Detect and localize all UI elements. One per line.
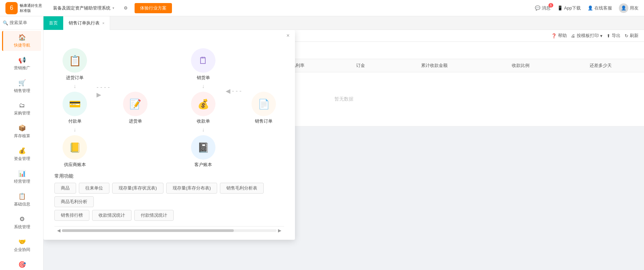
scroll-right-icon[interactable]: ▶ (278, 228, 281, 233)
supplier-ledger-label: 供应商账本 (64, 162, 86, 168)
flow-popup: × 📋 进货订单 ↓ (43, 30, 295, 240)
content-area: 首页 销售订单执行表 × ❓ 帮助 🖨 按模板打印 (43, 16, 644, 270)
message-button[interactable]: 💬 消息 6 (535, 5, 551, 11)
settings-gear-icon[interactable]: ⚙ (121, 3, 130, 13)
flow-node-payment[interactable]: 💳 付款单 (54, 92, 95, 124)
sidebar-item-label: 库存核算 (14, 133, 30, 139)
sidebar-item-sales[interactable]: 🛒 销售管理 (0, 75, 43, 98)
sidebar-item-label: 企业协同 (14, 247, 30, 253)
scroll-thumb (62, 229, 234, 232)
sidebar-item-system[interactable]: ⚙ 系统管理 (0, 211, 43, 234)
system-title-text: 装备及固定资产辅助管理系统 (53, 5, 110, 11)
download-icon: 📱 (557, 5, 563, 11)
logo-text: 畅康通好生意 标准版 (20, 3, 42, 13)
marketing-icon: 📢 (18, 56, 26, 64)
customer-ledger-icon: 📓 (191, 135, 215, 160)
flow-node-sales-order[interactable]: 📄 销售订单 (243, 92, 284, 124)
arrow-down-4: ↓ (202, 124, 205, 135)
scroll-track[interactable] (62, 229, 277, 232)
content-body: ❓ 帮助 🖨 按模板打印 ▾ ⬆ 导出 ↻ 刷新 (43, 30, 644, 270)
flow-node-purchase-bill[interactable]: 📝 进货单 (115, 92, 156, 124)
sales-bill-label: 销货单 (197, 75, 210, 81)
purchase-icon: 🗂 (19, 102, 25, 109)
sidebar-item-label: 经营管理 (14, 179, 30, 184)
top-right-area: 💬 消息 6 📱 App下载 👤 在线客服 👤 用友 (535, 3, 639, 13)
online-service-button[interactable]: 👤 在线客服 (588, 5, 612, 11)
sales-order-label: 销售订单 (255, 118, 273, 124)
common-functions-title: 常用功能 (54, 173, 284, 179)
arrow-left-1: ◀ - - - (224, 87, 243, 129)
sidebar: 🔍 搜索菜单 🏠 快捷导航 📢 营销推广 🛒 销售管理 🗂 (0, 16, 43, 270)
sales-order-icon: 📄 (251, 92, 276, 116)
receipt-icon: 💰 (191, 92, 215, 116)
sidebar-item-finance[interactable]: 💰 资金管理 (0, 143, 43, 166)
sidebar-item-quick-nav[interactable]: 🏠 快捷导航 (2, 31, 41, 51)
payment-icon: 💳 (63, 92, 87, 116)
tab-home-label: 首页 (49, 20, 58, 26)
tab-home[interactable]: 首页 (43, 16, 63, 30)
scroll-bar-area: ◀ ▶ (54, 226, 284, 234)
sidebar-item-newbie[interactable]: 🎯 新手引导 (0, 257, 43, 270)
sidebar-item-label: 资金管理 (14, 156, 30, 162)
user-avatar: 👤 (619, 3, 628, 13)
app-download-button[interactable]: 📱 App下载 (557, 5, 581, 11)
arrow-down-3: ↓ (73, 124, 76, 135)
func-btn-product-margin[interactable]: 商品毛利分析 (54, 196, 94, 207)
func-btn-product[interactable]: 商品 (54, 183, 76, 194)
sidebar-item-basic-info[interactable]: 📋 基础信息 (0, 188, 43, 211)
sidebar-item-cooperation[interactable]: 🤝 企业协同 (0, 234, 43, 257)
func-btn-sales-rank[interactable]: 销售排行榜 (54, 210, 89, 221)
tab-close-icon[interactable]: × (102, 21, 104, 25)
flow-node-sales-bill[interactable]: 🗒 销货单 (183, 48, 224, 81)
search-menu-button[interactable]: 🔍 搜索菜单 (0, 16, 43, 30)
newbie-icon: 🎯 (18, 261, 26, 268)
popup-close-button[interactable]: × (284, 31, 292, 40)
message-badge: 6 (549, 3, 553, 7)
sidebar-item-operations[interactable]: 📊 经营管理 (0, 166, 43, 188)
title-dropdown-icon[interactable]: ▾ (112, 6, 114, 10)
supplier-ledger-icon: 📒 (63, 135, 87, 160)
func-btn-inventory-dist[interactable]: 现存量(库存分布表) (166, 183, 217, 194)
basic-info-icon: 📋 (18, 193, 26, 200)
search-icon: 🔍 (3, 20, 8, 25)
sidebar-item-label: 销售管理 (14, 88, 30, 94)
logo: 6 畅康通好生意 标准版 (5, 2, 49, 14)
payment-label: 付款单 (68, 118, 82, 124)
sidebar-item-label: 快捷导航 (14, 42, 30, 48)
logo-line1: 畅康通好生意 (20, 3, 42, 8)
func-btn-payment-stats[interactable]: 付款情况统计 (134, 210, 174, 221)
popup-content: 📋 进货订单 ↓ 💳 付款单 ↓ (43, 40, 295, 240)
arrow-right-1: - - - - ▶ (95, 84, 115, 132)
system-icon: ⚙ (19, 215, 25, 223)
func-btn-receipt-stats[interactable]: 收款情况统计 (92, 210, 132, 221)
func-btn-inventory-status[interactable]: 现存量(库存状况表) (112, 183, 163, 194)
user-area[interactable]: 👤 用友 (619, 3, 639, 13)
arrow-down-1: ↓ (73, 81, 76, 92)
flow-node-receipt[interactable]: 💰 收款单 (183, 92, 224, 124)
logo-line2: 标准版 (20, 8, 42, 13)
purchase-order-icon: 📋 (63, 48, 87, 73)
message-icon: 💬 (535, 5, 540, 11)
sidebar-item-label: 营销推广 (14, 65, 30, 71)
logo-char: 6 (10, 4, 13, 12)
sidebar-item-marketing[interactable]: 📢 营销推广 (0, 52, 43, 75)
inventory-icon: 📦 (18, 124, 26, 132)
sidebar-item-purchase[interactable]: 🗂 采购管理 (0, 98, 43, 120)
tab-bar: 首页 销售订单执行表 × (43, 16, 644, 30)
scroll-left-icon[interactable]: ◀ (57, 228, 60, 233)
receipt-label: 收款单 (197, 118, 210, 124)
purchase-bill-label: 进货单 (129, 118, 142, 124)
func-btn-partner[interactable]: 往来单位 (79, 183, 109, 194)
sidebar-item-label: 采购管理 (14, 110, 30, 116)
finance-icon: 💰 (18, 147, 26, 155)
flow-node-purchase-order[interactable]: 📋 进货订单 (54, 48, 95, 81)
sidebar-item-inventory[interactable]: 📦 库存核算 (0, 120, 43, 143)
tab-sales-order[interactable]: 销售订单执行表 × (63, 16, 110, 30)
func-btn-sales-margin[interactable]: 销售毛利分析表 (220, 183, 264, 194)
flow-node-customer-ledger[interactable]: 📓 客户账本 (183, 135, 224, 168)
arrow-down-2: ↓ (202, 81, 205, 92)
sidebar-item-label: 系统管理 (14, 224, 30, 230)
experience-button[interactable]: 体验行业方案 (135, 3, 172, 13)
flow-node-supplier-ledger[interactable]: 📒 供应商账本 (54, 135, 95, 168)
sidebar-nav: 🏠 快捷导航 📢 营销推广 🛒 销售管理 🗂 采购管理 📦 库存核 (0, 30, 43, 270)
